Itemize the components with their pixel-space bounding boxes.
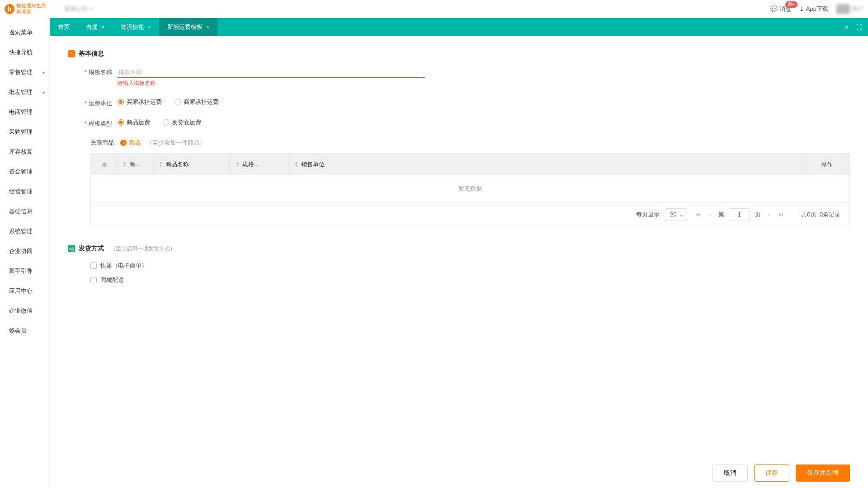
sidebar-item-4[interactable]: 电商管理 [0, 102, 49, 122]
tabbar-actions: ✕ ⛶ [837, 18, 868, 36]
logo-icon: b [5, 4, 14, 14]
pager-prev[interactable]: ‹ [708, 211, 713, 218]
sidebar-item-9[interactable]: 基础信息 [0, 202, 49, 221]
add-product-button[interactable]: + 商品 [120, 139, 140, 147]
radio-icon [118, 99, 124, 105]
sidebar-item-5[interactable]: 采购管理 [0, 122, 49, 142]
sidebar: 搜索菜单快捷导航零售管理批发管理电商管理采购管理库存核算资金管理经营管理基础信息… [0, 18, 50, 488]
sidebar-item-15[interactable]: 畅会员 [0, 321, 49, 341]
messages-button[interactable]: 💬 消息 99+ [770, 5, 791, 13]
tab-0[interactable]: 首页 [50, 18, 78, 36]
page-size-select[interactable]: 20 [665, 208, 687, 221]
row-associate-products: 关联商品 + 商品 （至少添加一件商品） [90, 139, 850, 147]
pager-next[interactable]: › [766, 211, 772, 218]
page-prefix: 第 [718, 211, 724, 219]
section-basic-header: ≡ 基本信息 [68, 50, 850, 58]
section-shipping-header: 🚚 发货方式 （至少启用一项发货方式） [68, 244, 850, 253]
save-and-new-button[interactable]: 保存并新增 [796, 465, 850, 482]
col-spec[interactable]: ▲▼规格... [231, 154, 290, 175]
cancel-button[interactable]: 取消 [712, 465, 748, 482]
tab-1[interactable]: 自提× [78, 18, 113, 36]
sidebar-item-6[interactable]: 库存核算 [0, 142, 49, 162]
associate-hint: （至少添加一件商品） [146, 139, 205, 147]
column-settings-button[interactable]: ⚙ [91, 154, 118, 175]
per-page-label: 每页显示 [636, 211, 660, 219]
fullscreen-button[interactable]: ⛶ [854, 22, 864, 33]
sidebar-item-12[interactable]: 新手引导 [0, 261, 49, 281]
freight-bearer-group: 买家承担运费商家承担运费 [118, 98, 219, 106]
freight-bearer-option-1[interactable]: 商家承担运费 [175, 98, 219, 106]
col-product-code[interactable]: ▲▼商... [118, 154, 154, 175]
org-selector[interactable]: 某某公司 ▾ [64, 5, 93, 13]
sidebar-item-14[interactable]: 企业微信 [0, 301, 49, 321]
user-name: 用户 [852, 5, 863, 13]
page-suffix: 页 [755, 211, 761, 219]
truck-icon: 🚚 [68, 245, 75, 252]
product-table: ⚙ ▲▼商... ▲▼商品名称 ▲▼规格... ▲▼销售单位 操作 暂无数据 每… [90, 153, 850, 226]
header-right: 💬 消息 99+ ⤓ App下载 用户 [770, 4, 863, 14]
logo: b 畅捷通好生意 标准版 [5, 3, 46, 15]
brand-text: 畅捷通好生意 [16, 3, 46, 8]
ship-checkbox-1[interactable] [90, 277, 97, 283]
template-type-option-1[interactable]: 发货仓运费 [163, 118, 201, 127]
section-shipping-hint: （至少启用一项发货方式） [110, 245, 175, 253]
ship-option-0: 快递（电子面单） [90, 262, 850, 270]
user-menu[interactable]: 用户 [836, 4, 863, 14]
sidebar-item-2[interactable]: 零售管理 [0, 62, 49, 82]
tab-close-icon[interactable]: × [206, 24, 209, 30]
row-freight-bearer: 运费承担 买家承担运费商家承担运费 [68, 98, 850, 108]
avatar [836, 4, 850, 14]
tab-3[interactable]: 新增运费模板× [159, 18, 217, 36]
page-input[interactable] [730, 208, 750, 221]
plus-icon: + [120, 140, 127, 146]
sort-icon: ▲▼ [236, 161, 240, 168]
template-name-input[interactable] [118, 67, 425, 78]
freight-bearer-option-0[interactable]: 买家承担运费 [118, 98, 162, 106]
top-header: b 畅捷通好生意 标准版 某某公司 ▾ 💬 消息 99+ ⤓ App下载 用户 [0, 0, 868, 18]
tab-bar: 首页自提×物流快递×新增运费模板× ✕ ⛶ [50, 18, 868, 36]
template-type-option-0[interactable]: 商品运费 [118, 118, 150, 127]
org-name: 某某公司 [64, 5, 88, 13]
ship-checkbox-0[interactable] [90, 263, 97, 269]
radio-icon [163, 119, 169, 126]
col-sale-unit[interactable]: ▲▼销售单位 [290, 154, 804, 175]
sidebar-item-8[interactable]: 经营管理 [0, 182, 49, 202]
download-label: App下载 [806, 5, 828, 13]
template-name-error: 请输入模板名称 [118, 80, 425, 87]
close-all-tabs-button[interactable]: ✕ [841, 22, 852, 33]
save-button[interactable]: 保存 [754, 465, 789, 482]
tab-close-icon[interactable]: × [148, 24, 151, 30]
radio-icon [175, 99, 181, 105]
sidebar-item-1[interactable]: 快捷导航 [0, 42, 49, 62]
sidebar-item-3[interactable]: 批发管理 [0, 82, 49, 102]
main: 首页自提×物流快递×新增运费模板× ✕ ⛶ ≡ 基本信息 模板名称 请输入模板名… [50, 18, 868, 488]
sidebar-item-10[interactable]: 系统管理 [0, 221, 49, 241]
brand-sub: 标准版 [16, 8, 46, 15]
table-head: ⚙ ▲▼商... ▲▼商品名称 ▲▼规格... ▲▼销售单位 操作 [91, 154, 849, 175]
sort-icon: ▲▼ [294, 161, 298, 168]
add-product-label: 商品 [128, 139, 140, 147]
label-template-type: 模板类型 [68, 118, 118, 128]
sidebar-item-13[interactable]: 应用中心 [0, 281, 49, 301]
section-shipping: 🚚 发货方式 （至少启用一项发货方式） 快递（电子面单）同城配送 [68, 244, 850, 284]
app-download-button[interactable]: ⤓ App下载 [799, 5, 828, 13]
col-product-name[interactable]: ▲▼商品名称 [154, 154, 231, 175]
sidebar-item-11[interactable]: 企业协同 [0, 241, 49, 261]
tab-2[interactable]: 物流快递× [113, 18, 159, 36]
sidebar-item-7[interactable]: 资金管理 [0, 162, 49, 182]
label-freight-bearer: 运费承担 [68, 98, 118, 108]
download-icon: ⤓ [799, 5, 804, 12]
sort-icon: ▲▼ [123, 161, 127, 168]
footer-actions: 取消 保存 保存并新增 [50, 457, 868, 488]
pager-last[interactable]: ⏭ [777, 211, 787, 218]
chat-icon: 💬 [770, 5, 778, 12]
label-template-name: 模板名称 [68, 67, 118, 76]
template-type-group: 商品运费发货仓运费 [118, 118, 201, 127]
radio-icon [118, 119, 124, 126]
sidebar-item-0[interactable]: 搜索菜单 [0, 23, 49, 42]
row-template-type: 模板类型 商品运费发货仓运费 [68, 118, 850, 128]
col-action: 操作 [804, 154, 849, 175]
pager-first[interactable]: ⏮ [693, 211, 702, 218]
tab-close-icon[interactable]: × [101, 24, 104, 30]
chevron-down-icon: ▾ [90, 6, 93, 11]
